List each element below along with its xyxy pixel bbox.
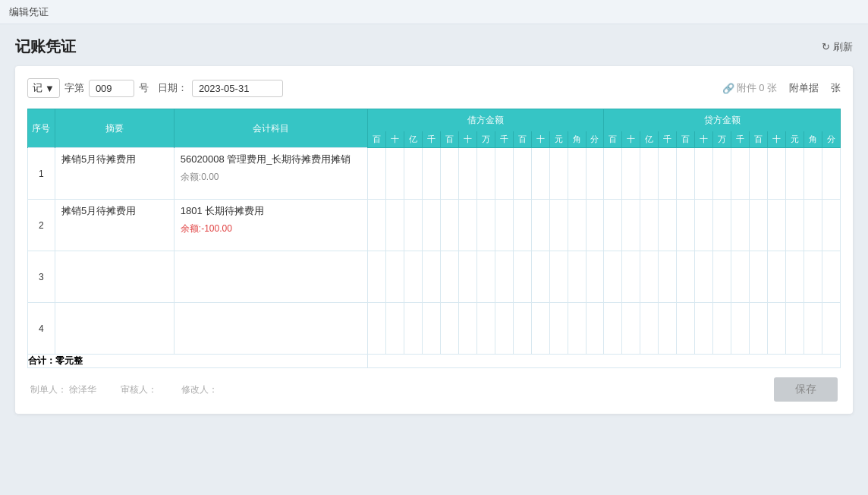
cell-amount-2-0[interactable] — [368, 251, 386, 303]
cell-amount-3-5[interactable] — [458, 303, 476, 355]
cell-amount-3-0[interactable] — [368, 303, 386, 355]
cell-amount-1-0[interactable] — [368, 200, 386, 251]
cell-amount-3-1[interactable] — [386, 303, 404, 355]
cell-amount-1-6[interactable] — [476, 200, 495, 251]
cell-amount-1-21[interactable] — [749, 200, 767, 251]
cell-amount-2-14[interactable] — [622, 251, 640, 303]
cell-amount-0-22[interactable] — [767, 148, 785, 200]
cell-amount-3-4[interactable] — [441, 303, 459, 355]
cell-amount-1-22[interactable] — [767, 200, 785, 251]
cell-subject-3[interactable] — [174, 303, 367, 355]
cell-summary-3[interactable] — [55, 303, 174, 355]
cell-amount-2-6[interactable] — [476, 251, 495, 303]
cell-amount-1-4[interactable] — [441, 200, 459, 251]
cell-amount-3-25[interactable] — [822, 303, 840, 355]
cell-amount-0-11[interactable] — [568, 148, 586, 200]
cell-amount-0-16[interactable] — [659, 148, 677, 200]
cell-amount-3-3[interactable] — [423, 303, 441, 355]
save-button[interactable]: 保存 — [774, 377, 838, 402]
cell-amount-0-7[interactable] — [495, 148, 513, 200]
cell-amount-0-10[interactable] — [549, 148, 568, 200]
cell-amount-3-16[interactable] — [659, 303, 677, 355]
cell-amount-0-24[interactable] — [804, 148, 822, 200]
refresh-button[interactable]: ↻ 刷新 — [822, 40, 853, 54]
cell-amount-3-15[interactable] — [640, 303, 659, 355]
type-select[interactable]: 记 ▼ — [27, 78, 60, 98]
cell-amount-3-14[interactable] — [622, 303, 640, 355]
cell-amount-1-1[interactable] — [386, 200, 404, 251]
cell-amount-3-18[interactable] — [695, 303, 713, 355]
cell-amount-0-6[interactable] — [476, 148, 495, 200]
cell-amount-3-9[interactable] — [531, 303, 549, 355]
cell-amount-2-3[interactable] — [423, 251, 441, 303]
cell-amount-0-2[interactable] — [404, 148, 423, 200]
cell-amount-3-11[interactable] — [568, 303, 586, 355]
cell-amount-1-17[interactable] — [677, 200, 695, 251]
cell-amount-2-17[interactable] — [677, 251, 695, 303]
cell-amount-0-4[interactable] — [441, 148, 459, 200]
cell-amount-2-22[interactable] — [767, 251, 785, 303]
cell-amount-2-16[interactable] — [659, 251, 677, 303]
cell-amount-0-9[interactable] — [531, 148, 549, 200]
cell-amount-2-4[interactable] — [441, 251, 459, 303]
cell-amount-1-14[interactable] — [622, 200, 640, 251]
cell-amount-2-2[interactable] — [404, 251, 423, 303]
cell-amount-3-13[interactable] — [604, 303, 622, 355]
cell-summary-1[interactable]: 摊销5月待摊费用 — [55, 200, 174, 251]
cell-amount-3-22[interactable] — [767, 303, 785, 355]
cell-amount-1-20[interactable] — [731, 200, 750, 251]
cell-amount-1-19[interactable] — [713, 200, 731, 251]
cell-amount-2-12[interactable] — [586, 251, 604, 303]
cell-amount-0-17[interactable] — [677, 148, 695, 200]
attach-link[interactable]: 🔗 附件 0 张 — [722, 81, 777, 95]
cell-amount-2-7[interactable] — [495, 251, 513, 303]
cell-amount-2-25[interactable] — [822, 251, 840, 303]
cell-amount-3-2[interactable] — [404, 303, 423, 355]
date-input[interactable] — [192, 80, 283, 97]
cell-amount-0-13[interactable] — [604, 148, 622, 200]
cell-amount-2-10[interactable] — [549, 251, 568, 303]
cell-amount-2-23[interactable] — [785, 251, 804, 303]
cell-subject-0[interactable]: 56020008 管理费用_长期待摊费用摊销余额:0.00 — [174, 148, 367, 200]
cell-amount-3-17[interactable] — [677, 303, 695, 355]
cell-amount-1-7[interactable] — [495, 200, 513, 251]
cell-amount-1-25[interactable] — [822, 200, 840, 251]
cell-amount-2-1[interactable] — [386, 251, 404, 303]
cell-amount-0-19[interactable] — [713, 148, 731, 200]
cell-amount-3-21[interactable] — [749, 303, 767, 355]
cell-amount-3-6[interactable] — [476, 303, 495, 355]
cell-amount-1-10[interactable] — [549, 200, 568, 251]
cell-amount-2-18[interactable] — [695, 251, 713, 303]
cell-amount-0-12[interactable] — [586, 148, 604, 200]
cell-amount-2-21[interactable] — [749, 251, 767, 303]
cell-amount-3-12[interactable] — [586, 303, 604, 355]
cell-amount-3-10[interactable] — [549, 303, 568, 355]
cell-amount-1-12[interactable] — [586, 200, 604, 251]
cell-amount-2-13[interactable] — [604, 251, 622, 303]
cell-amount-1-13[interactable] — [604, 200, 622, 251]
cell-amount-2-11[interactable] — [568, 251, 586, 303]
attach-single[interactable]: 附单据 — [789, 81, 819, 95]
cell-amount-1-15[interactable] — [640, 200, 659, 251]
cell-amount-0-23[interactable] — [785, 148, 804, 200]
cell-amount-0-5[interactable] — [458, 148, 476, 200]
cell-amount-1-23[interactable] — [785, 200, 804, 251]
cell-summary-2[interactable] — [55, 251, 174, 303]
cell-amount-3-23[interactable] — [785, 303, 804, 355]
zi-input[interactable] — [89, 80, 134, 97]
cell-amount-0-14[interactable] — [622, 148, 640, 200]
cell-amount-0-25[interactable] — [822, 148, 840, 200]
cell-amount-1-2[interactable] — [404, 200, 423, 251]
table-row[interactable]: 4 — [28, 303, 841, 355]
cell-amount-2-9[interactable] — [531, 251, 549, 303]
cell-amount-1-11[interactable] — [568, 200, 586, 251]
cell-amount-1-5[interactable] — [458, 200, 476, 251]
cell-amount-0-8[interactable] — [513, 148, 531, 200]
cell-amount-1-16[interactable] — [659, 200, 677, 251]
cell-amount-1-8[interactable] — [513, 200, 531, 251]
cell-amount-0-1[interactable] — [386, 148, 404, 200]
cell-amount-0-21[interactable] — [749, 148, 767, 200]
cell-subject-2[interactable] — [174, 251, 367, 303]
table-row[interactable]: 2摊销5月待摊费用1801 长期待摊费用余额:-100.00 — [28, 200, 841, 251]
cell-amount-0-0[interactable] — [368, 148, 386, 200]
